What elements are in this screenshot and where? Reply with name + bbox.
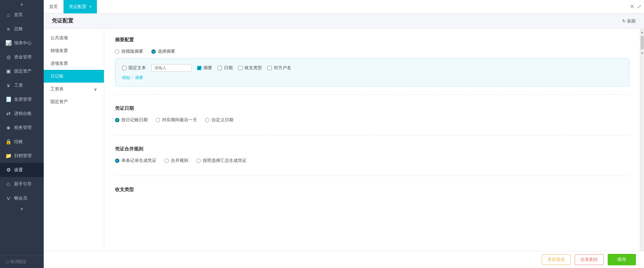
left-nav: 公共选项 销项发票 进项发票 日记账 工资表 ∨ 固定资产 — [44, 29, 104, 251]
scroll-thumb[interactable] — [641, 36, 644, 49]
abstract-section-title: 摘要配置 — [115, 37, 629, 43]
content-wrapper: 凭证配置 ↻ 刷新 公共选项 销项发票 进项发票 日记账 — [44, 13, 644, 268]
left-nav-public-options[interactable]: 公共选项 — [44, 32, 104, 44]
abstract-radio-group: 按模版摘要 选择摘要 — [115, 48, 629, 54]
assets-icon: ▣ — [5, 68, 11, 74]
archive-icon: 📁 — [5, 153, 11, 159]
closing-icon: 🔒 — [5, 139, 11, 145]
merge-rules-radio-group: 单条记录生成凭证 合并规则 按照选择汇总生成凭证 — [115, 158, 629, 164]
custom-date-radio-label[interactable]: 自定义日期 — [205, 117, 233, 123]
single-record-radio-label[interactable]: 单条记录生成凭证 — [115, 158, 156, 164]
sidebar-item-funds[interactable]: ◎ 资金管理 — [0, 50, 44, 64]
tab-bar-actions: ✕ ⤢ — [630, 3, 644, 10]
tab-voucher-config[interactable]: 凭证配置 × — [64, 0, 97, 13]
sidebar-item-archive[interactable]: 📁 归档管理 — [0, 149, 44, 163]
last-day-radio-label[interactable]: 对应期间最后一天 — [156, 117, 197, 123]
income-type-checkbox[interactable] — [238, 66, 242, 70]
tax-icon: ◈ — [5, 125, 11, 131]
template-abstract-radio[interactable] — [115, 49, 119, 54]
window-restore-icon[interactable]: ⤢ — [637, 3, 641, 10]
abstract-checkbox-group: 固定文本 摘要 日期 — [122, 64, 622, 72]
cancel-pin-button[interactable]: ◁ 取消固定 — [0, 255, 44, 268]
sidebar-item-tax[interactable]: ◈ 税务管理 — [0, 121, 44, 135]
sidebar-item-assets[interactable]: ▣ 固定资产 — [0, 64, 44, 78]
last-day-radio[interactable] — [156, 118, 160, 122]
template-abstract-radio-label[interactable]: 按模版摘要 — [115, 48, 143, 54]
by-selection-radio[interactable] — [196, 159, 201, 163]
page-title: 凭证配置 — [52, 17, 73, 25]
sidebar-item-closing[interactable]: 🔒 结账 — [0, 135, 44, 149]
income-type-checkbox-label[interactable]: 收支类型 — [238, 65, 262, 71]
save-button[interactable]: 保存 — [608, 254, 636, 265]
tab-bar: 首页 凭证配置 × ✕ ⤢ — [44, 0, 644, 13]
left-nav-fixed-assets[interactable]: 固定资产 — [44, 95, 104, 108]
fixed-text-checkbox-label[interactable]: 固定文本 — [122, 65, 146, 71]
purchase-sales-icon: ⇄ — [5, 110, 11, 117]
select-abstract-radio-label[interactable]: 选择摘要 — [151, 48, 175, 54]
bottom-bar: 更新预览 批量删除 保存 — [44, 251, 644, 268]
counterpart-checkbox-label[interactable]: 对方户名 — [267, 65, 291, 71]
sidebar-item-home[interactable]: ⌂ 首页 — [0, 8, 44, 22]
funds-icon: ◎ — [5, 54, 11, 60]
refresh-button[interactable]: ↻ 刷新 — [622, 18, 636, 24]
custom-date-radio[interactable] — [205, 118, 210, 122]
by-selection-radio-label[interactable]: 按照选择汇总生成凭证 — [196, 158, 247, 164]
sidebar-item-ledger[interactable]: ≡ 总账 — [0, 22, 44, 36]
sidebar-item-purchase-sales[interactable]: ⇄ 进销台账 — [0, 106, 44, 121]
merge-rules-section: 凭证合并规则 单条记录生成凭证 合并规则 按照选择汇总生成凭证 — [115, 146, 629, 176]
vip-icon: V — [5, 195, 11, 201]
sidebar-scroll-up[interactable]: ▲ — [0, 0, 44, 8]
sidebar-item-settings[interactable]: ⚙ 设置 — [0, 163, 44, 177]
settings-icon: ⚙ — [5, 167, 11, 173]
merge-rules-section-title: 凭证合并规则 — [115, 146, 629, 152]
left-nav-journal[interactable]: 日记账 — [44, 70, 104, 83]
ledger-icon: ≡ — [5, 26, 11, 32]
left-nav-purchase-invoice[interactable]: 进项发票 — [44, 57, 104, 70]
tab-home[interactable]: 首页 — [44, 0, 64, 13]
income-type-section-title: 收支类型 — [115, 187, 629, 193]
date-checkbox-label[interactable]: 日期 — [218, 65, 233, 71]
abstract-checkbox-label[interactable]: 摘要 — [197, 65, 212, 71]
right-content: 摘要配置 按模版摘要 选择摘要 — [104, 29, 640, 251]
invoice-mgmt-icon: 🧾 — [5, 96, 11, 102]
expand-arrow-icon: ∨ — [94, 87, 97, 92]
guide-icon: ◇ — [5, 181, 11, 187]
sidebar-scroll-down[interactable]: ▼ — [0, 205, 44, 213]
date-checkbox[interactable] — [218, 66, 222, 70]
sidebar-item-payroll[interactable]: ¥ 工资 — [0, 78, 44, 92]
scroll-up-arrow[interactable]: ▲ — [640, 29, 644, 35]
page-header: 凭证配置 ↻ 刷新 — [44, 13, 644, 29]
body-layout: 公共选项 销项发票 进项发票 日记账 工资表 ∨ 固定资产 — [44, 29, 644, 251]
left-nav-payroll-table[interactable]: 工资表 ∨ — [44, 83, 104, 95]
select-abstract-radio[interactable] — [151, 49, 156, 54]
left-nav-sales-invoice[interactable]: 销项发票 — [44, 44, 104, 57]
home-icon: ⌂ — [5, 12, 11, 18]
scroll-down-arrow[interactable]: ▼ — [640, 50, 644, 56]
payroll-icon: ¥ — [5, 83, 11, 88]
fixed-text-checkbox[interactable] — [122, 66, 126, 70]
voucher-date-section-title: 凭证日期 — [115, 105, 629, 111]
voucher-date-radio-group: 按日记账日期 对应期间最后一天 自定义日期 — [115, 117, 629, 123]
fixed-text-input[interactable] — [151, 64, 192, 72]
batch-delete-button[interactable]: 批量删除 — [575, 254, 604, 265]
sidebar: ▲ ⌂ 首页 ≡ 总账 📊 报表中心 ◎ 资金管理 ▣ 固定资产 ¥ 工资 🧾 … — [0, 0, 44, 268]
sidebar-item-vip[interactable]: V 畅会员 — [0, 191, 44, 205]
abstract-checkbox[interactable] — [197, 66, 201, 70]
merge-rules-radio[interactable] — [164, 159, 169, 163]
income-type-section: 收支类型 — [115, 187, 629, 206]
tab-close-icon[interactable]: × — [89, 4, 91, 9]
single-record-radio[interactable] — [115, 159, 119, 163]
merge-rules-radio-label[interactable]: 合并规则 — [164, 158, 188, 164]
pin-icon: ◁ — [5, 260, 8, 264]
sidebar-item-reports[interactable]: 📊 报表中心 — [0, 36, 44, 50]
sidebar-item-guide[interactable]: ◇ 新手引导 — [0, 177, 44, 191]
counterpart-checkbox[interactable] — [267, 66, 272, 70]
window-close-icon[interactable]: ✕ — [630, 3, 634, 10]
abstract-config-section: 摘要配置 按模版摘要 选择摘要 — [115, 37, 629, 95]
update-preview-button[interactable]: 更新预览 — [542, 254, 571, 265]
by-journal-date-radio[interactable] — [115, 118, 119, 122]
sidebar-item-invoice-mgmt[interactable]: 🧾 发票管理 — [0, 92, 44, 106]
reports-icon: 📊 — [5, 40, 11, 46]
voucher-date-section: 凭证日期 按日记账日期 对应期间最后一天 自定义日期 — [115, 105, 629, 135]
by-journal-date-radio-label[interactable]: 按日记账日期 — [115, 117, 148, 123]
